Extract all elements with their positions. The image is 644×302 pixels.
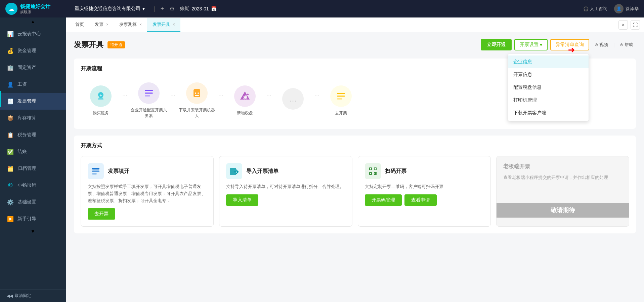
- page-title: 发票开具: [74, 40, 103, 50]
- add-tax-icon: 税+: [234, 85, 256, 107]
- settings-dropdown-icon: ▾: [540, 42, 542, 47]
- tax-config-label: 配置税盘信息: [513, 84, 542, 90]
- tab-home-label: 首页: [75, 22, 84, 28]
- scroll-down-arrow[interactable]: ▼: [0, 227, 66, 235]
- scan-qr-icon: [365, 163, 381, 179]
- sidebar-item-tax-mgmt[interactable]: 📋 税务管理: [0, 126, 66, 143]
- header-right: 🎧 人工咨询 👤 徐泽华: [583, 4, 639, 13]
- sidebar-item-label: 税务管理: [17, 132, 36, 138]
- sidebar-item-label: 工资: [17, 81, 27, 87]
- main-layout: ▲ 📊 云报表中心 💰 资金管理 🏢 固定资产 👤 工资 🧾 发票管理 📦 库存…: [0, 17, 644, 302]
- company-selector[interactable]: 重庆畅捷交通信息咨询有限公司 ▾: [71, 4, 148, 14]
- flow-step-placeholder1: …: [273, 88, 313, 113]
- sidebar-item-guide[interactable]: ▶️ 新手引导: [0, 211, 66, 227]
- dropdown-item-printer-mgmt[interactable]: 打印机管理: [508, 94, 589, 107]
- sidebar-item-settings[interactable]: ⚙️ 基础设置: [0, 194, 66, 211]
- activate-btn[interactable]: 立即开通: [481, 39, 512, 50]
- methods-section-title: 开票方式: [81, 142, 629, 149]
- chevron-down-icon: ▾: [142, 6, 145, 11]
- sidebar-item-fund-mgmt[interactable]: 💰 资金管理: [0, 42, 66, 59]
- import-list-btn[interactable]: 导入清单: [226, 194, 258, 206]
- dropdown-item-download-client[interactable]: 下载开票客户端: [508, 107, 589, 119]
- content-area: 首页 发票 × 发票测算 × 发票开具 × × ⛶ 发票开具: [66, 17, 644, 302]
- sidebar-collapse-btn[interactable]: ◀◀ 取消固定: [0, 289, 66, 302]
- actions-divider: |: [613, 42, 615, 47]
- go-invoice-icon: [330, 85, 352, 107]
- svg-rect-27: [374, 174, 377, 175]
- sidebar-item-payroll[interactable]: 👤 工资: [0, 76, 66, 93]
- sidebar-item-fixed-assets[interactable]: 🏢 固定资产: [0, 59, 66, 76]
- logo-icon: ☁: [5, 3, 17, 15]
- user-menu[interactable]: 👤 徐泽华: [614, 4, 639, 13]
- svg-rect-5: [194, 89, 200, 97]
- tab-invoice[interactable]: 发票 ×: [89, 18, 114, 32]
- fund-mgmt-icon: 💰: [7, 47, 14, 54]
- manual-fill-header: 发票填开: [88, 163, 207, 179]
- help-btn[interactable]: ⊙ 帮助: [617, 40, 636, 50]
- qr-mgmt-btn[interactable]: 开票码管理: [365, 194, 402, 206]
- overlay-text: 敬请期待: [497, 203, 629, 218]
- svg-rect-15: [92, 168, 99, 169]
- tab-invoice-close[interactable]: ×: [106, 22, 109, 27]
- avatar: 👤: [614, 4, 624, 13]
- tab-expand-btn[interactable]: ⛶: [631, 20, 640, 30]
- flow-step-download-robot: 下载并安装开票机器人: [177, 82, 217, 119]
- view-apply-btn[interactable]: 查看申请: [404, 194, 437, 206]
- period-value: 2023-01: [191, 6, 209, 11]
- tab-invoice-open[interactable]: 发票开具 ×: [147, 18, 180, 32]
- scan-qr-title: 扫码开票: [385, 168, 406, 175]
- flow-connector-3: ···: [217, 92, 225, 99]
- flow-connector-1: ···: [121, 92, 129, 99]
- flow-step-config-enterprise: 企业开通配置开票六要素: [129, 82, 169, 119]
- sidebar-item-invoice-mgmt[interactable]: 🧾 发票管理: [0, 93, 66, 110]
- scan-qr-desc: 支持定制开票二维码，客户端可扫码开票: [365, 183, 484, 190]
- svg-rect-14: [337, 98, 342, 100]
- import-list-desc: 支持导入待开票清单，可对待开票清单进行拆分、合并处理。: [226, 183, 345, 190]
- config-enterprise-label: 企业开通配置开票六要素: [130, 107, 167, 119]
- tax-mgmt-icon: 📋: [7, 131, 14, 139]
- tab-invoice-open-close[interactable]: ×: [173, 22, 175, 27]
- go-invoice-label: 去开票: [335, 110, 347, 116]
- svg-rect-25: [370, 173, 371, 174]
- sidebar-item-cloud-report[interactable]: 📊 云报表中心: [0, 26, 66, 42]
- sidebar-item-label: 小畅报销: [17, 182, 36, 188]
- method-card-import-list: 导入开票清单 支持导入待开票清单，可对待开票清单进行拆分、合并处理。 导入清单: [219, 156, 352, 227]
- sidebar-item-label: 固定资产: [17, 65, 36, 71]
- settings-icon: ⚙️: [7, 198, 14, 206]
- svg-point-7: [198, 92, 199, 94]
- sidebar-item-inventory[interactable]: 📦 库存核算: [0, 110, 66, 126]
- tab-close-btn[interactable]: ×: [618, 20, 628, 30]
- header-settings-icon[interactable]: ⚙: [169, 5, 175, 12]
- dropdown-item-tax-config[interactable]: 配置税盘信息: [508, 81, 589, 94]
- settings-btn-label: 开票设置: [520, 42, 539, 48]
- calendar-icon[interactable]: 📅: [211, 6, 217, 11]
- tab-invoice-calc-close[interactable]: ×: [139, 22, 142, 27]
- dropdown-item-company-info[interactable]: 企业信息: [508, 55, 589, 68]
- tab-invoice-calc[interactable]: 发票测算 ×: [114, 18, 147, 32]
- add-company-icon[interactable]: +: [161, 5, 164, 12]
- manual-fill-icon: [88, 163, 104, 179]
- sidebar-item-archive[interactable]: 🗂️ 归档管理: [0, 160, 66, 177]
- sidebar-item-label: 新手引导: [17, 216, 36, 222]
- sidebar-item-accounting[interactable]: ✅ 结账: [0, 143, 66, 160]
- flow-step-go-invoice: 去开票: [321, 85, 361, 116]
- import-list-icon: [226, 163, 242, 179]
- svg-rect-23: [370, 168, 371, 169]
- download-client-label: 下载开票客户端: [513, 110, 546, 116]
- sidebar-item-label: 基础设置: [17, 199, 36, 205]
- video-btn[interactable]: ⊙ 视频: [592, 40, 611, 50]
- invoice-info-label: 开票信息: [513, 72, 532, 78]
- dropdown-item-invoice-info[interactable]: 开票信息: [508, 68, 589, 81]
- tab-home[interactable]: 首页: [70, 18, 89, 32]
- settings-btn[interactable]: 开票设置 ▾: [514, 39, 548, 50]
- support-btn[interactable]: 🎧 人工咨询: [583, 6, 607, 12]
- sidebar-item-label: 发票管理: [17, 98, 36, 104]
- header-divider: |: [154, 5, 155, 12]
- report-icon: ©: [7, 182, 14, 189]
- logo-sub: 旗舰版: [20, 9, 50, 14]
- tab-invoice-calc-label: 发票测算: [119, 22, 137, 28]
- sidebar-item-report[interactable]: © 小畅报销: [0, 177, 66, 194]
- svg-rect-17: [92, 173, 97, 175]
- scroll-up-arrow[interactable]: ▲: [0, 17, 66, 26]
- go-invoice-btn[interactable]: 去开票: [88, 208, 115, 220]
